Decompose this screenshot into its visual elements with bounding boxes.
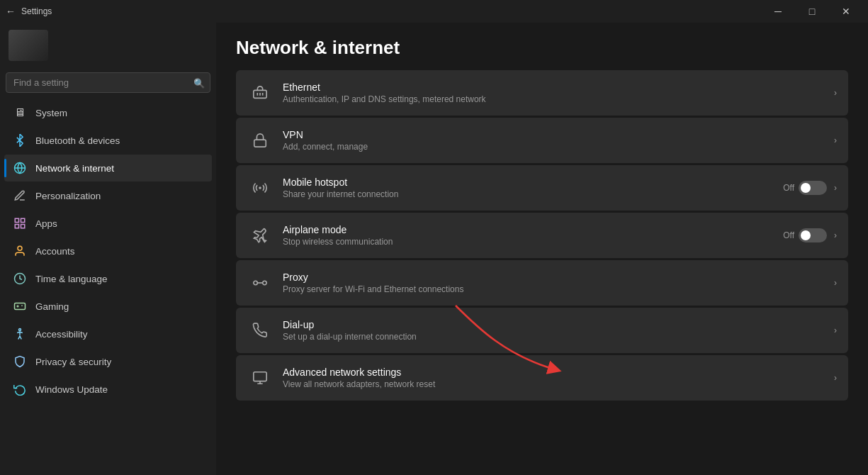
sidebar-item-time[interactable]: Time & language	[4, 265, 212, 292]
dialup-title: Dial-up	[283, 319, 834, 330]
sidebar-item-label: Network & internet	[35, 163, 114, 174]
airplane-mode-toggle[interactable]: Off	[783, 228, 827, 242]
ethernet-right: ›	[834, 88, 837, 98]
svg-point-11	[259, 187, 261, 189]
svg-rect-7	[15, 303, 26, 310]
settings-item-vpn[interactable]: VPNAdd, connect, manage›	[236, 118, 848, 163]
search-icon: 🔍	[193, 77, 205, 88]
svg-point-13	[263, 281, 267, 285]
accounts-icon	[13, 244, 27, 258]
ethernet-icon	[247, 80, 273, 106]
apps-icon	[13, 216, 27, 230]
mobile-hotspot-toggle-label: Off	[783, 183, 794, 193]
sidebar-item-bluetooth[interactable]: Bluetooth & devices	[4, 127, 212, 154]
vpn-icon	[247, 128, 273, 153]
mobile-hotspot-right: Off›	[783, 181, 837, 195]
content-area: Network & internet EthernetAuthenticatio…	[216, 23, 868, 475]
bluetooth-icon	[13, 133, 27, 147]
settings-item-mobile-hotspot[interactable]: Mobile hotspotShare your internet connec…	[236, 165, 848, 211]
airplane-mode-toggle-track[interactable]	[799, 228, 827, 242]
sidebar-item-network[interactable]: Network & internet	[4, 155, 212, 181]
titlebar-controls: ─ □ ✕	[762, 0, 862, 23]
advanced-network-title: Advanced network settings	[283, 367, 834, 378]
proxy-text: ProxyProxy server for Wi-Fi and Ethernet…	[283, 272, 834, 294]
sidebar-item-apps[interactable]: Apps	[4, 210, 212, 237]
sidebar: 🔍 🖥SystemBluetooth & devicesNetwork & in…	[0, 23, 216, 475]
sidebar-item-label: System	[35, 108, 67, 118]
time-icon	[13, 272, 27, 286]
mobile-hotspot-toggle[interactable]: Off	[783, 181, 827, 195]
profile-section	[0, 23, 216, 69]
settings-item-advanced-network[interactable]: Advanced network settingsView all networ…	[236, 355, 848, 401]
airplane-mode-title: Airplane mode	[283, 224, 783, 235]
sidebar-item-accounts[interactable]: Accounts	[4, 238, 212, 264]
svg-point-5	[18, 246, 22, 250]
sidebar-item-label: Time & language	[35, 274, 108, 284]
app-title: Settings	[21, 6, 52, 16]
search-container: 🔍	[6, 72, 210, 93]
sidebar-item-update[interactable]: Windows Update	[4, 376, 212, 403]
sidebar-item-label: Gaming	[35, 301, 69, 312]
sidebar-item-label: Accessibility	[35, 329, 88, 340]
sidebar-item-personalization[interactable]: Personalization	[4, 182, 212, 209]
advanced-network-right: ›	[834, 373, 837, 383]
close-button[interactable]: ✕	[830, 0, 862, 23]
proxy-desc: Proxy server for Wi-Fi and Ethernet conn…	[283, 284, 834, 294]
svg-point-12	[254, 281, 258, 285]
sidebar-item-privacy[interactable]: Privacy & security	[4, 348, 212, 375]
airplane-mode-desc: Stop wireless communication	[283, 237, 783, 247]
network-icon	[13, 161, 27, 175]
settings-list: EthernetAuthentication, IP and DNS setti…	[236, 70, 848, 401]
mobile-hotspot-toggle-thumb	[801, 183, 811, 193]
ethernet-chevron: ›	[834, 88, 837, 98]
svg-point-8	[19, 329, 21, 331]
avatar[interactable]	[9, 30, 48, 61]
vpn-chevron: ›	[834, 135, 837, 145]
sidebar-item-label: Bluetooth & devices	[35, 135, 120, 146]
titlebar: ← Settings ─ □ ✕	[0, 0, 868, 23]
mobile-hotspot-icon	[247, 175, 273, 201]
proxy-title: Proxy	[283, 272, 834, 283]
personalization-icon	[13, 189, 27, 203]
vpn-text: VPNAdd, connect, manage	[283, 129, 834, 152]
settings-item-dialup[interactable]: Dial-upSet up a dial-up internet connect…	[236, 308, 848, 353]
dialup-right: ›	[834, 325, 837, 335]
vpn-desc: Add, connect, manage	[283, 142, 834, 152]
airplane-mode-chevron: ›	[834, 230, 837, 240]
maximize-button[interactable]: □	[796, 0, 828, 23]
dialup-chevron: ›	[834, 325, 837, 335]
mobile-hotspot-text: Mobile hotspotShare your internet connec…	[283, 177, 783, 199]
airplane-mode-right: Off›	[783, 228, 837, 242]
back-icon[interactable]: ←	[6, 6, 16, 17]
sidebar-item-label: Windows Update	[35, 384, 108, 395]
svg-rect-3	[15, 225, 18, 228]
svg-rect-14	[254, 372, 266, 381]
mobile-hotspot-title: Mobile hotspot	[283, 177, 783, 188]
mobile-hotspot-desc: Share your internet connection	[283, 189, 783, 199]
accessibility-icon	[13, 327, 27, 341]
airplane-mode-toggle-thumb	[801, 230, 811, 240]
mobile-hotspot-toggle-track[interactable]	[799, 181, 827, 195]
sidebar-item-gaming[interactable]: Gaming	[4, 293, 212, 320]
airplane-mode-toggle-label: Off	[783, 230, 794, 240]
sidebar-item-label: Privacy & security	[35, 357, 111, 367]
mobile-hotspot-chevron: ›	[834, 183, 837, 193]
settings-item-ethernet[interactable]: EthernetAuthentication, IP and DNS setti…	[236, 70, 848, 116]
svg-rect-10	[254, 140, 266, 147]
sidebar-item-label: Accounts	[35, 246, 75, 257]
sidebar-nav: 🖥SystemBluetooth & devicesNetwork & inte…	[0, 99, 216, 403]
sidebar-item-accessibility[interactable]: Accessibility	[4, 320, 212, 347]
main-layout: 🔍 🖥SystemBluetooth & devicesNetwork & in…	[0, 23, 868, 475]
airplane-mode-icon	[247, 223, 273, 248]
minimize-button[interactable]: ─	[762, 0, 794, 23]
svg-rect-2	[21, 218, 25, 222]
settings-item-airplane-mode[interactable]: Airplane modeStop wireless communication…	[236, 213, 848, 258]
titlebar-left: ← Settings	[6, 6, 52, 17]
vpn-title: VPN	[283, 129, 834, 140]
search-input[interactable]	[6, 72, 210, 93]
settings-item-proxy[interactable]: ProxyProxy server for Wi-Fi and Ethernet…	[236, 260, 848, 306]
advanced-network-icon	[247, 365, 273, 391]
sidebar-item-system[interactable]: 🖥System	[4, 99, 212, 126]
ethernet-text: EthernetAuthentication, IP and DNS setti…	[283, 82, 834, 104]
gaming-icon	[13, 299, 27, 313]
